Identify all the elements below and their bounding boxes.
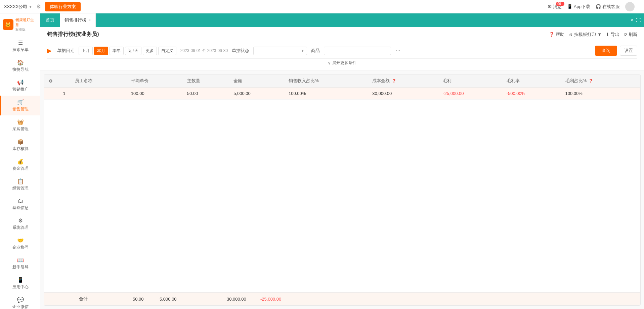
sidebar-item-system-label: 系统管理 xyxy=(12,225,29,230)
setting-btn[interactable]: 设置 xyxy=(620,46,637,56)
row-cost: 30,000.00 xyxy=(368,88,439,100)
search-orders-icon: ☰ xyxy=(18,40,23,46)
row-gross: -25,000.00 xyxy=(439,88,502,100)
wechat-icon: 💬 xyxy=(17,297,24,303)
page-actions: ❓ 帮助 🖨 按模板打印 ▼ ⬇ 导出 ↺ 刷新 xyxy=(549,32,637,38)
sidebar-item-sales-label: 销售管理 xyxy=(12,106,29,112)
sidebar-item-system[interactable]: ⚙ 系统管理 xyxy=(0,214,40,234)
company-selector[interactable]: XXXXX公司 ▼ xyxy=(4,4,32,10)
footer-amount: 5,000.00 xyxy=(156,297,189,302)
table-settings-icon: ⚙ xyxy=(49,79,53,84)
help-btn[interactable]: ❓ 帮助 xyxy=(549,32,564,38)
sidebar-logo: 🐱 畅康通好生意 标准版 xyxy=(0,13,40,36)
sidebar-item-guide-label: 新手引导 xyxy=(12,264,29,270)
footer-cost: 30,000.00 xyxy=(223,297,256,302)
expand-more-row: ∨ 展开更多条件 xyxy=(47,58,637,67)
content-area: 首页 销售排行榜 × × ⛶ 销售排行榜(按业务员) ❓ 帮助 xyxy=(40,13,644,309)
gross-pct-help-icon[interactable]: ❓ xyxy=(589,79,593,83)
expand-more-btn[interactable]: ∨ 展开更多条件 xyxy=(328,60,356,66)
sidebar-item-enterprise[interactable]: 🤝 企业协同 xyxy=(0,234,40,254)
more-filter-dots[interactable]: ··· xyxy=(396,48,400,54)
sidebar: 🐱 畅康通好生意 标准版 ☰ 搜索菜单 🏠 快捷导航 📢 营销推广 🛒 销售管理 xyxy=(0,13,40,309)
sidebar-item-finance-label: 资金管理 xyxy=(12,166,29,171)
expand-more-label: 展开更多条件 xyxy=(332,60,356,66)
refresh-btn[interactable]: ↺ 刷新 xyxy=(624,32,637,38)
home-icon: 🏠 xyxy=(17,59,24,66)
date-btn-this-year[interactable]: 本年 xyxy=(110,47,124,55)
topbar-right: ✉ 消息 99+ 📱 App下载 🎧 在线客服 xyxy=(548,2,640,11)
main-layout: 🐱 畅康通好生意 标准版 ☰ 搜索菜单 🏠 快捷导航 📢 营销推广 🛒 销售管理 xyxy=(0,13,644,309)
sidebar-item-search-orders[interactable]: ☰ 搜索菜单 xyxy=(0,36,40,56)
status-select[interactable] xyxy=(253,47,307,55)
inventory-icon: 📦 xyxy=(17,139,24,145)
message-icon-btn[interactable]: ✉ 消息 99+ xyxy=(548,4,562,10)
template-print-btn[interactable]: 🖨 按模板打印 ▼ xyxy=(568,32,602,38)
col-gross: 毛利 xyxy=(439,74,502,88)
row-avg-price: 100.00 xyxy=(127,88,183,100)
purchase-icon: 🧺 xyxy=(17,119,24,125)
sidebar-item-purchase-label: 采购管理 xyxy=(12,126,29,132)
topbar-gear-icon[interactable]: ⚙ xyxy=(36,3,41,10)
date-btn-this-month[interactable]: 本月 xyxy=(94,47,108,55)
template-print-label: 按模板打印 xyxy=(574,32,596,38)
tab-home[interactable]: 首页 xyxy=(40,13,60,27)
footer-gross: -25,000.00 xyxy=(256,297,290,302)
headset-icon: 🎧 xyxy=(596,4,601,9)
sidebar-item-inventory[interactable]: 📦 库存核算 xyxy=(0,135,40,155)
online-service-btn[interactable]: 🎧 在线客服 xyxy=(596,4,620,10)
sidebar-item-finance[interactable]: 💰 资金管理 xyxy=(0,155,40,175)
date-btn-last-month[interactable]: 上月 xyxy=(79,47,93,55)
col-cost: 成本全额 ❓ xyxy=(368,74,439,88)
sidebar-item-marketing[interactable]: 📢 营销推广 xyxy=(0,76,40,96)
goods-input[interactable] xyxy=(324,47,391,55)
sidebar-item-operations-label: 经营管理 xyxy=(12,186,29,191)
tab-close-window-icon[interactable]: × xyxy=(631,17,633,23)
sidebar-item-enterprise-label: 企业协同 xyxy=(12,245,29,250)
date-btn-7days[interactable]: 近7天 xyxy=(125,47,141,55)
col-gross-pct: 毛利占比% ❓ xyxy=(561,74,640,88)
logo-icon: 🐱 xyxy=(3,19,13,30)
trial-btn[interactable]: 体验行业方案 xyxy=(45,2,81,11)
sidebar-item-purchase[interactable]: 🧺 采购管理 xyxy=(0,115,40,135)
col-settings[interactable]: ⚙ xyxy=(44,74,57,88)
sidebar-item-app-center-label: 应用中心 xyxy=(12,284,29,290)
sidebar-item-quick-nav[interactable]: 🏠 快捷导航 xyxy=(0,56,40,76)
tab-close-icon[interactable]: × xyxy=(88,18,91,22)
export-icon: ⬇ xyxy=(606,32,609,37)
date-buttons: 上月 本月 本年 近7天 更多 自定义 xyxy=(79,47,176,55)
operations-icon: 📋 xyxy=(17,178,24,185)
date-btn-more[interactable]: 更多 xyxy=(143,47,157,55)
table-header: ⚙ 员工名称 平均单价 主数量 全额 销售收入占比% 成本全额 ❓ xyxy=(44,74,640,88)
guide-icon: 📖 xyxy=(17,257,24,263)
sidebar-item-wechat-label: 企业微信 xyxy=(12,304,29,309)
tab-sales-ranking[interactable]: 销售排行榜 × xyxy=(60,13,96,27)
date-filter-label: 单据日期 xyxy=(57,48,75,54)
page-header: 销售排行榜(按业务员) ❓ 帮助 🖨 按模板打印 ▼ ⬇ 导出 xyxy=(40,27,644,42)
page-title: 销售排行榜(按业务员) xyxy=(47,31,99,38)
app-icon: 📱 xyxy=(567,4,572,9)
filter-expand-arrow[interactable]: ▶ xyxy=(47,47,52,54)
sidebar-item-wechat[interactable]: 💬 企业微信 xyxy=(0,293,40,309)
sidebar-item-guide[interactable]: 📖 新手引导 xyxy=(0,254,40,273)
export-btn[interactable]: ⬇ 导出 xyxy=(606,32,619,38)
avatar[interactable] xyxy=(625,2,635,11)
app-download-btn[interactable]: 📱 App下载 xyxy=(567,4,590,10)
app-download-label: App下载 xyxy=(574,4,590,10)
col-avg-price: 平均单价 xyxy=(127,74,183,88)
cost-help-icon[interactable]: ❓ xyxy=(392,79,396,83)
date-btn-custom[interactable]: 自定义 xyxy=(158,47,176,55)
col-qty: 主数量 xyxy=(183,74,229,88)
table-body: 1 100.00 50.00 5,000.00 100.00% 30,000.0… xyxy=(44,88,640,100)
page-content: 销售排行榜(按业务员) ❓ 帮助 🖨 按模板打印 ▼ ⬇ 导出 xyxy=(40,27,644,309)
row-rank: 1 xyxy=(57,88,71,100)
topbar: XXXXX公司 ▼ ⚙ 体验行业方案 ✉ 消息 99+ 📱 App下载 🎧 在线… xyxy=(0,0,644,13)
message-icon: ✉ xyxy=(548,4,552,9)
row-gross-rate: -500.00% xyxy=(503,88,561,100)
tab-expand-icon[interactable]: ⛶ xyxy=(636,17,641,23)
sidebar-item-sales[interactable]: 🛒 销售管理 xyxy=(0,96,40,115)
query-btn[interactable]: 查询 xyxy=(595,46,617,56)
sidebar-item-app-center[interactable]: 📱 应用中心 xyxy=(0,273,40,293)
row-name xyxy=(71,88,127,100)
sidebar-item-basic-info[interactable]: 🗂 基础信息 xyxy=(0,195,40,214)
sidebar-item-operations[interactable]: 📋 经营管理 xyxy=(0,175,40,195)
